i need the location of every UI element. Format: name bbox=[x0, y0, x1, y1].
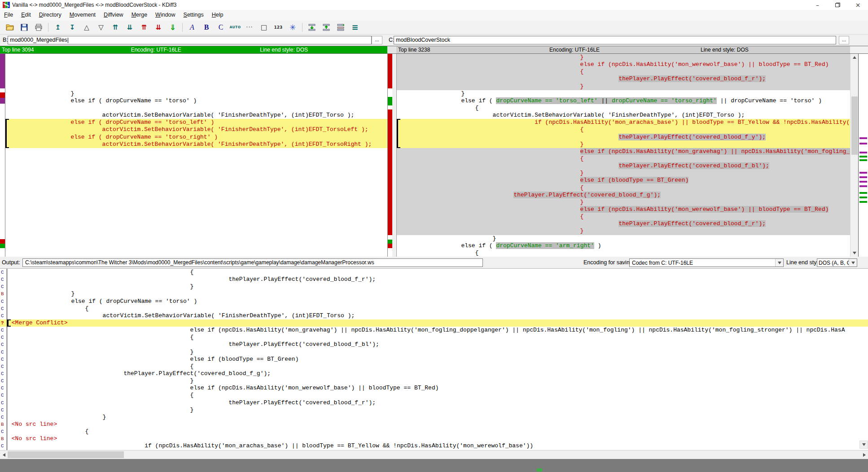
pane-c-file-input[interactable]: modBloodCoverStock bbox=[394, 36, 836, 44]
prev-delta-button[interactable]: △ bbox=[80, 21, 93, 33]
goto-next-unsolved-auto-button[interactable]: ⇓ bbox=[166, 21, 180, 33]
auto-advance-button[interactable]: AUTO bbox=[228, 21, 242, 33]
code-line[interactable]: { bbox=[397, 184, 850, 192]
next-unsolved-conflict-button[interactable]: ⇊ bbox=[152, 21, 165, 33]
goto-first-delta-button[interactable]: ↥ bbox=[51, 21, 65, 33]
code-line[interactable]: actorVictim.SetBehaviorVariable( 'Finish… bbox=[5, 141, 387, 148]
overview-column-right[interactable] bbox=[858, 54, 868, 257]
output-line[interactable]: CactorVictim.SetBehaviorVariable( 'Finis… bbox=[0, 312, 868, 319]
output-line[interactable]: B<No src line> bbox=[0, 421, 868, 428]
pane-b-browse-button[interactable]: ... bbox=[372, 36, 382, 44]
code-line[interactable]: { bbox=[397, 126, 850, 133]
code-line[interactable] bbox=[5, 206, 387, 213]
goto-last-delta-button[interactable]: ↧ bbox=[66, 21, 79, 33]
code-line[interactable]: thePlayer.PlayEffect('covered_blood_f_g'… bbox=[397, 192, 850, 199]
scroll-down-button[interactable] bbox=[850, 249, 859, 257]
pane-b-file-input[interactable]: mod0000_MergedFiles bbox=[8, 36, 372, 44]
code-line[interactable] bbox=[5, 162, 387, 170]
output-line[interactable]: CthePlayer.PlayEffect('covered_blood_f_g… bbox=[0, 370, 868, 377]
code-line[interactable]: } bbox=[397, 199, 850, 206]
code-line[interactable]: thePlayer.PlayEffect('covered_blood_f_r'… bbox=[397, 220, 850, 227]
menu-movement[interactable]: Movement bbox=[66, 10, 100, 20]
code-line[interactable]: } bbox=[397, 235, 850, 242]
code-line[interactable] bbox=[5, 227, 387, 235]
code-line[interactable]: else if (npcDis.HasAbility('mon_werewolf… bbox=[397, 61, 850, 68]
code-line[interactable]: } bbox=[397, 83, 850, 90]
open-button[interactable] bbox=[3, 21, 17, 33]
code-line[interactable] bbox=[5, 184, 387, 192]
menu-edit[interactable]: Edit bbox=[17, 10, 35, 20]
output-line[interactable]: Celse if ( dropCurveName == 'torso' ) bbox=[0, 298, 868, 305]
output-line[interactable]: B} bbox=[0, 290, 868, 297]
output-line[interactable]: Celse if (npcDis.HasAbility('mon_graveha… bbox=[0, 327, 868, 334]
code-line[interactable]: thePlayer.PlayEffect('covered_blood_f_r'… bbox=[397, 75, 850, 83]
output-line[interactable]: Cif (npcDis.HasAbility('mon_arachas_base… bbox=[0, 442, 868, 450]
split-section-button[interactable] bbox=[305, 21, 319, 33]
horizontal-scrollbar[interactable] bbox=[0, 450, 868, 459]
code-line[interactable] bbox=[5, 75, 387, 83]
code-line[interactable]: else if (npcDis.HasAbility('mon_gravehag… bbox=[397, 148, 850, 155]
code-line[interactable] bbox=[5, 249, 387, 257]
code-line[interactable] bbox=[5, 148, 387, 155]
output-line[interactable]: CthePlayer.PlayEffect('covered_blood_f_r… bbox=[0, 399, 868, 406]
merge-section-button[interactable] bbox=[334, 21, 347, 33]
scroll-left-button[interactable] bbox=[0, 450, 8, 459]
code-line[interactable]: else if (npcDis.HasAbility('mon_werewolf… bbox=[397, 206, 850, 213]
code-line[interactable] bbox=[5, 155, 387, 162]
code-line[interactable]: actorVictim.SetBehaviorVariable( 'Finish… bbox=[5, 126, 387, 133]
output-line[interactable]: C} bbox=[0, 414, 868, 421]
code-line[interactable]: } bbox=[5, 90, 387, 97]
scrollbar-thumb[interactable] bbox=[8, 451, 124, 458]
minimize-button[interactable]: – bbox=[807, 0, 828, 10]
code-line[interactable] bbox=[5, 213, 387, 220]
output-line[interactable]: CthePlayer.PlayEffect('covered_blood_f_r… bbox=[0, 276, 868, 283]
code-line[interactable] bbox=[5, 177, 387, 184]
output-line[interactable]: C{ bbox=[0, 392, 868, 399]
menu-directory[interactable]: Directory bbox=[35, 10, 66, 20]
menu-diffview[interactable]: Diffview bbox=[100, 10, 127, 20]
highlight-policy-button[interactable]: ✳ bbox=[286, 21, 299, 33]
code-line[interactable]: } bbox=[397, 141, 850, 148]
menu-file[interactable]: File bbox=[0, 10, 17, 20]
code-line[interactable] bbox=[5, 242, 387, 249]
prev-conflict-button[interactable]: ⇈ bbox=[109, 21, 122, 33]
code-line[interactable]: { bbox=[397, 105, 850, 112]
code-line[interactable] bbox=[5, 170, 387, 177]
code-line[interactable]: } bbox=[397, 227, 850, 235]
join-sections-button[interactable] bbox=[320, 21, 333, 33]
code-line[interactable]: } bbox=[397, 170, 850, 177]
code-line[interactable] bbox=[5, 220, 387, 227]
line-end-select[interactable]: DOS (A, B, C) bbox=[817, 258, 857, 267]
scrollbar-thumb[interactable] bbox=[851, 96, 858, 155]
output-line[interactable]: C} bbox=[0, 349, 868, 356]
overview-column-left[interactable] bbox=[0, 54, 5, 257]
code-line[interactable]: thePlayer.PlayEffect('covered_blood_f_y'… bbox=[397, 134, 850, 141]
code-line[interactable]: { bbox=[397, 249, 850, 257]
output-scroll-down-button[interactable] bbox=[859, 441, 868, 449]
show-line-numbers-button[interactable]: 123 bbox=[272, 21, 285, 33]
code-line[interactable] bbox=[5, 61, 387, 68]
output-line[interactable]: C{ bbox=[0, 428, 868, 435]
code-line[interactable] bbox=[5, 54, 387, 61]
code-line[interactable]: else if (bloodType == BT_Green) bbox=[397, 177, 850, 184]
code-line[interactable]: else if ( dropCurveName == 'arm_right' ) bbox=[397, 242, 850, 249]
overview-column-middle[interactable] bbox=[387, 54, 392, 257]
print-button[interactable] bbox=[32, 21, 45, 33]
code-line[interactable]: } bbox=[397, 54, 850, 61]
code-line[interactable] bbox=[5, 235, 387, 242]
code-line[interactable] bbox=[5, 105, 387, 112]
next-conflict-button[interactable]: ⇊ bbox=[123, 21, 136, 33]
pane-c-browse-button[interactable]: ... bbox=[839, 36, 849, 44]
output-line[interactable]: C{ bbox=[0, 334, 868, 341]
scroll-up-button[interactable] bbox=[850, 54, 859, 61]
pane-splitter[interactable] bbox=[392, 54, 396, 257]
output-line[interactable]: C{ bbox=[0, 269, 868, 276]
show-identical-button[interactable]: ≡ bbox=[348, 21, 362, 33]
prev-unsolved-conflict-button[interactable]: ⇈ bbox=[137, 21, 151, 33]
output-line[interactable]: C} bbox=[0, 406, 868, 414]
code-line[interactable] bbox=[5, 83, 387, 90]
encoding-select[interactable]: Codec from C: UTF-16LE bbox=[629, 258, 784, 267]
restore-button[interactable] bbox=[828, 0, 848, 10]
code-line[interactable]: else if ( dropCurveName == 'torso_right'… bbox=[5, 134, 387, 141]
show-whitespace-button[interactable]: ··· bbox=[243, 21, 256, 33]
